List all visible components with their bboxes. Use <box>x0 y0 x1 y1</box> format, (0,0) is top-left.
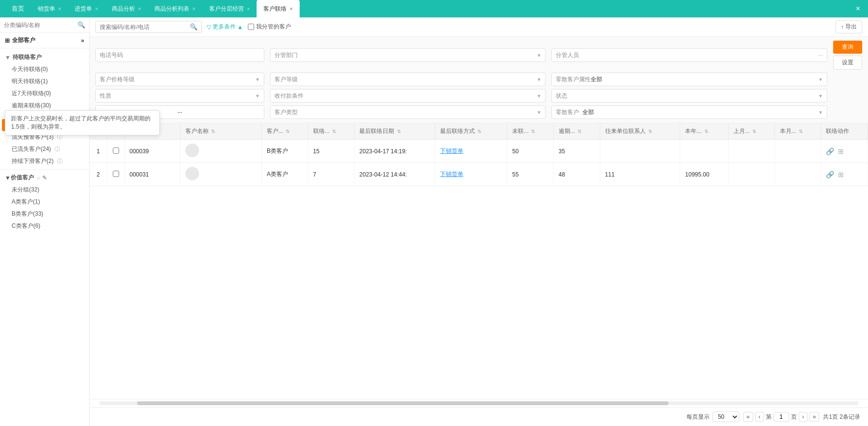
scrollbar-thumb[interactable] <box>137 401 669 405</box>
pagination-bar: 每页显示 50 20 100 « ‹ 第 页 › » 共1页 2条记录 <box>90 407 868 426</box>
more-conditions-btn[interactable]: ▽ 更多条件 ▲ <box>207 23 243 31</box>
link-action-icon-1[interactable]: 🔗 <box>826 147 834 155</box>
retail-customer-label: 零散客户 <box>556 108 582 117</box>
nav-home[interactable]: 首页 <box>5 0 31 17</box>
th-contacts[interactable]: 往来单位联系人 ⇅ <box>600 123 680 140</box>
close-product-analysis-icon[interactable]: × <box>138 6 141 12</box>
last-page-button[interactable]: » <box>809 412 820 422</box>
sidebar-item-7days-pending[interactable]: 近7天待联络(0) <box>0 88 89 100</box>
td-this-month-2 <box>775 163 821 186</box>
sidebar-value-group-title[interactable]: ▼ 价值客户 ○ ✎ <box>0 172 89 184</box>
close-customer-segmentation-icon[interactable]: × <box>247 6 250 12</box>
th-year-amount[interactable]: 本年... ⇅ <box>680 123 729 140</box>
nav-customer-contact[interactable]: 客户联络 × <box>257 0 299 17</box>
sidebar-item-ungrouped[interactable]: 未分组(32) <box>0 184 89 196</box>
sidebar: 🔍 ⊞ 全部客户 » ▼ 待联络客户 今天待联络(0) 明天待联络(1) 近7天… <box>0 17 90 426</box>
retail-customer-filter[interactable]: 零散客户 全部 ▼ <box>551 105 827 119</box>
sidebar-search-input[interactable] <box>4 22 77 29</box>
th-last-contact-date[interactable]: 最后联络日期 ⇅ <box>354 123 435 140</box>
price-grade-filter[interactable]: 客户价格等级 ▼ <box>95 73 264 86</box>
td-code-2[interactable]: 000031 <box>124 163 180 186</box>
declining-info-icon[interactable]: ⓘ <box>57 158 62 164</box>
value-group-edit-icon[interactable]: ○ <box>37 175 40 181</box>
sidebar-pending-group-title[interactable]: ▼ 待联络客户 <box>0 51 89 63</box>
status-label: 状态 <box>556 92 582 100</box>
gender-label: 性质 <box>100 92 126 100</box>
td-uncontacted-2: 55 <box>507 163 554 186</box>
top-navigation: 首页 销货单 × 进货单 × 商品分析 × 商品分析列表 × 客户分层经营 × … <box>0 0 868 17</box>
value-group-edit2-icon[interactable]: ✎ <box>42 175 47 181</box>
app-close-button[interactable]: × <box>853 4 863 13</box>
nav-customer-segmentation[interactable]: 客户分层经营 × <box>202 0 257 17</box>
customer-type-filter[interactable]: 客户类型 ▼ <box>270 105 546 119</box>
close-product-analysis-list-icon[interactable]: × <box>192 6 195 12</box>
td-contacts-1 <box>600 140 680 163</box>
sidebar-search-icon[interactable]: 🔍 <box>77 21 85 29</box>
sort-this-month-icon: ⇅ <box>799 129 803 134</box>
th-last-month-amount[interactable]: 上月... ⇅ <box>728 123 775 140</box>
th-last-contact-method[interactable]: 最后联络方式 ⇅ <box>435 123 507 140</box>
sidebar-item-class-b[interactable]: B类客户(33) <box>0 208 89 220</box>
td-checkbox-1[interactable] <box>107 140 124 163</box>
per-page-select[interactable]: 50 20 100 <box>713 411 739 422</box>
nav-sales-order[interactable]: 销货单 × <box>31 0 68 17</box>
grid-action-icon-1[interactable]: ⊞ <box>838 147 844 155</box>
filter-search-input[interactable] <box>100 24 190 30</box>
sidebar-item-today-pending[interactable]: 今天待联络(0) <box>0 63 89 75</box>
nav-purchase-order[interactable]: 进货单 × <box>68 0 105 17</box>
my-customers-checkbox[interactable] <box>248 24 254 30</box>
th-this-month-amount[interactable]: 本月... ⇅ <box>775 123 821 140</box>
close-purchase-order-icon[interactable]: × <box>95 6 98 12</box>
nav-product-analysis[interactable]: 商品分析 × <box>105 0 148 17</box>
sidebar-collapse-icon[interactable]: » <box>81 37 84 44</box>
row2-checkbox[interactable] <box>113 171 119 177</box>
next-page-button[interactable]: › <box>799 412 807 422</box>
th-contact-count[interactable]: 联络... ⇅ <box>308 123 354 140</box>
prev-page-button[interactable]: ‹ <box>755 412 764 422</box>
churned-info-icon[interactable]: ⓘ <box>55 146 60 152</box>
person-dots-icon[interactable]: ··· <box>818 52 823 59</box>
page-number-input[interactable] <box>774 412 789 422</box>
nav-product-analysis-list[interactable]: 商品分析列表 × <box>148 0 202 17</box>
sidebar-item-tomorrow-pending[interactable]: 明天待联络(1) <box>0 75 89 88</box>
td-last-method-2[interactable]: 下销货单 <box>435 163 507 186</box>
td-code-1[interactable]: 000039 <box>124 140 180 163</box>
level-filter[interactable]: 客户等级 ▼ <box>270 73 546 86</box>
th-uncontacted[interactable]: 未联... ⇅ <box>507 123 554 140</box>
th-customer-type[interactable]: 客户... ⇅ <box>261 123 308 140</box>
filter-search-icon[interactable]: 🔍 <box>190 23 198 30</box>
grid-action-icon-2[interactable]: ⊞ <box>838 171 844 178</box>
scrollbar-track[interactable] <box>99 401 858 405</box>
sidebar-item-declining[interactable]: 持续下滑客户(2) ⓘ <box>0 155 89 167</box>
sidebar-item-churned[interactable]: 已流失客户(24) ⓘ <box>0 143 89 155</box>
settings-button[interactable]: 设置 <box>833 56 862 70</box>
query-button[interactable]: 查询 <box>833 41 862 54</box>
horizontal-scrollbar[interactable] <box>90 399 868 407</box>
dept-filter-field[interactable]: 分管部门 ▼ <box>270 48 546 62</box>
row1-checkbox[interactable] <box>113 147 119 154</box>
export-button[interactable]: ↑ 导出 <box>836 20 862 33</box>
td-name-2[interactable] <box>180 163 261 186</box>
person-filter-field[interactable]: 分管人员 ··· <box>551 48 827 62</box>
payment-filter[interactable]: 收付款条件 ▼ <box>270 89 546 103</box>
th-customer-name[interactable]: 客户名称 ⇅ <box>180 123 261 140</box>
value-group-label: 价值客户 <box>11 174 34 182</box>
sidebar-item-class-a[interactable]: A类客户(1) <box>0 196 89 208</box>
sidebar-item-class-c[interactable]: C类客户(6) <box>0 220 89 232</box>
link-action-icon-2[interactable]: 🔗 <box>826 171 834 178</box>
gender-filter[interactable]: 性质 ▼ <box>95 89 264 103</box>
phone-filter-field[interactable]: 电话号码 <box>95 48 264 62</box>
close-sales-order-icon[interactable]: × <box>58 6 61 12</box>
customer-table-container[interactable]: ⚙ 客户编码 ⇅ 客户名称 ⇅ <box>90 123 868 399</box>
status-filter[interactable]: 状态 ▼ <box>551 89 827 103</box>
content-area: 🔍 ▽ 更多条件 ▲ 我分管的客户 ↑ 导出 电话号码 <box>90 17 868 426</box>
td-last-method-1[interactable]: 下销货单 <box>435 140 507 163</box>
td-checkbox-2[interactable] <box>107 163 124 186</box>
first-page-button[interactable]: « <box>743 412 753 422</box>
th-overdue[interactable]: 逾期... ⇅ <box>553 123 600 140</box>
close-customer-contact-icon[interactable]: × <box>289 6 292 12</box>
sidebar-all-customers[interactable]: ⊞ 全部客户 » <box>0 33 89 48</box>
retail-attr-filter[interactable]: 零散客户属性 全部 ▼ <box>551 73 827 86</box>
td-name-1[interactable] <box>180 140 261 163</box>
sort-year-icon: ⇅ <box>704 129 708 134</box>
